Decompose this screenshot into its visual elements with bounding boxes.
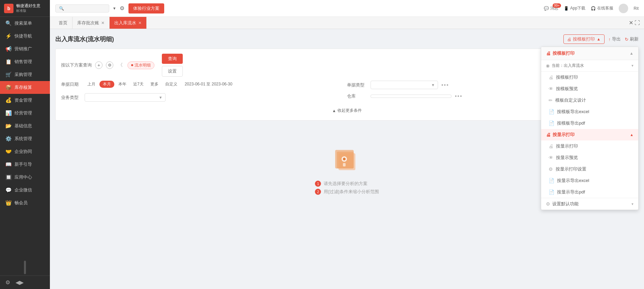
print-icon: 🖨 [567, 37, 572, 42]
sidebar-item-sales[interactable]: 📋 销售管理 [0, 55, 50, 68]
message-button[interactable]: 💬 消息 99+ [544, 5, 558, 11]
settings-button[interactable]: 设置 [162, 66, 183, 77]
pd-item-export-pdf-display[interactable]: 📄 按显示导出pdf [541, 186, 638, 198]
pd-item-print-display[interactable]: 🖨 按显示打印 [541, 140, 638, 152]
sidebar-item-inventory[interactable]: 📦 库存核算 [0, 81, 50, 94]
step-1: 1 请先选择要分析的方案 [315, 181, 379, 187]
sidebar-item-label: 基础信息 [14, 123, 32, 129]
search-box[interactable]: 🔍 [55, 4, 109, 12]
online-service-button[interactable]: 🎧 在线客服 [591, 5, 613, 11]
enterprise-icon: 🤝 [5, 149, 12, 155]
display-section-title: 🖨 按显示打印 [546, 132, 575, 138]
sidebar-item-enterprise[interactable]: 🤝 企业协同 [0, 145, 50, 158]
print-dropdown-collapse-icon[interactable]: ▲ [630, 51, 634, 56]
collapse-sidebar-icon[interactable]: ◀▶ [16, 279, 24, 286]
print-chevron-icon[interactable]: ▲ [597, 37, 601, 42]
main-area: 🔍 ▾ ⚙ 体验行业方案 💬 消息 99+ 📱 App下载 🎧 在线客服 Rit [50, 0, 644, 289]
pd-item-print-template[interactable]: 🖨 按模板打印 [541, 72, 638, 83]
query-button[interactable]: 查询 [162, 54, 183, 64]
refresh-button[interactable]: ↻ 刷新 [625, 36, 639, 42]
expand-tabs-button[interactable]: ⛶ [635, 20, 640, 26]
inventory-icon: 📦 [5, 84, 12, 90]
design-item-icon: ✏ [549, 98, 553, 103]
tab-batch-account[interactable]: 库存批次账 ✕ [72, 17, 110, 29]
filter-collapse-button[interactable]: 《 [117, 61, 124, 69]
sidebar-item-wechat[interactable]: 💬 企业微信 [0, 184, 50, 196]
filter-add-button[interactable]: + [95, 61, 103, 69]
export-button[interactable]: ↑ 导出 [609, 36, 621, 42]
sidebar-item-basics[interactable]: 📂 基础信息 [0, 120, 50, 132]
sidebar-item-marketing[interactable]: 📢 营销推广 [0, 43, 50, 55]
biz-type-select[interactable]: ▾ [85, 93, 166, 102]
footer-chevron-icon[interactable]: ▾ [632, 202, 634, 206]
print-current-template[interactable]: ◉ 当前：出入库流水 ▾ [541, 60, 638, 72]
date-opt-7days[interactable]: 近7天 [130, 81, 146, 88]
date-opt-custom[interactable]: 自定义 [163, 81, 180, 88]
warehouse-select[interactable] [371, 95, 451, 98]
doc-type-more-icon[interactable]: ••• [441, 82, 449, 88]
print-title-icon: 🖨 [546, 51, 551, 56]
date-opt-prev-month[interactable]: 上月 [85, 81, 98, 88]
sidebar-item-label: 应用中心 [14, 174, 32, 180]
print-display-icon: 🖨 [549, 143, 553, 149]
sidebar-item-member[interactable]: 👑 畅会员 [0, 196, 50, 209]
trial-button[interactable]: 体验行业方案 [128, 3, 164, 14]
warehouse-more-icon[interactable]: ••• [455, 93, 463, 99]
avatar[interactable] [619, 4, 628, 13]
sidebar-item-label: 资金管理 [14, 97, 32, 103]
pd-item-preview-display[interactable]: 👁 按显示预览 [541, 152, 638, 163]
current-template-chevron-icon[interactable]: ▾ [632, 63, 634, 68]
tab-home[interactable]: 首页 [54, 17, 72, 29]
service-icon: 🎧 [591, 6, 596, 11]
close-all-tabs-button[interactable]: ✕ [629, 20, 633, 26]
display-section-chevron-icon[interactable]: ▲ [630, 133, 634, 137]
sidebar-item-app-center[interactable]: 🔲 应用中心 [0, 171, 50, 184]
svg-rect-5 [343, 163, 346, 166]
sidebar-item-guide[interactable]: 📖 新手引导 [0, 158, 50, 171]
step-2: 2 用[过滤]条件来缩小分析范围 [315, 189, 379, 195]
step-2-text: 用[过滤]条件来缩小分析范围 [324, 189, 379, 195]
date-range-display: 2023-06-01 至 2023-06-30 [185, 81, 232, 87]
pdf-item-icon: 📄 [549, 121, 554, 126]
sidebar-item-system[interactable]: ⚙️ 系统管理 [0, 132, 50, 145]
settings-gear-icon[interactable]: ⚙ [5, 279, 10, 286]
tab-inout-flow[interactable]: 出入库流水 ✕ [110, 17, 147, 29]
operations-icon: 📊 [5, 110, 12, 116]
marketing-icon: 📢 [5, 46, 12, 52]
tab-close-active-icon[interactable]: ✕ [138, 21, 142, 25]
pd-item-preview-template[interactable]: 👁 按模板预览 [541, 83, 638, 95]
sidebar-item-label: 快捷导航 [14, 33, 32, 39]
svg-point-4 [343, 158, 346, 160]
date-opt-this-year[interactable]: 本年 [116, 81, 129, 88]
pd-item-export-pdf-template[interactable]: 📄 按模板导出pdf [541, 117, 638, 129]
dropdown-icon[interactable]: ▾ [113, 6, 116, 11]
biz-type-filter-field: 业务类型 ▾ [61, 93, 347, 102]
sidebar-item-search[interactable]: 🔍 搜索菜单 [0, 17, 50, 30]
sidebar-item-quick-nav[interactable]: ⚡ 快捷导航 [0, 30, 50, 43]
sidebar-item-funds[interactable]: 💰 资金管理 [0, 94, 50, 107]
tab-close-icon[interactable]: ✕ [101, 21, 105, 25]
pd-item-export-excel-display[interactable]: 📄 按显示导出excel [541, 175, 638, 186]
pd-item-custom-design[interactable]: ✏ 模板自定义设计 [541, 95, 638, 106]
filter-settings-button[interactable]: ⚙ [106, 61, 113, 69]
sales-icon: 📋 [5, 59, 12, 65]
settings-display-icon: ⚙ [549, 166, 553, 172]
biz-type-chevron-icon: ▾ [159, 95, 162, 100]
print-display-section-header[interactable]: 🖨 按显示打印 ▲ [541, 129, 638, 140]
search-input[interactable] [66, 6, 106, 11]
guide-icon: 📖 [5, 161, 12, 167]
print-template-button[interactable]: 🖨 按模板打印 ▲ [563, 34, 605, 44]
step-1-text: 请先选择要分析的方案 [324, 181, 368, 187]
date-opt-this-month[interactable]: 本月 [99, 81, 114, 88]
gear-icon[interactable]: ⚙ [120, 5, 124, 11]
pd-item-print-settings-display[interactable]: ⚙ 按显示打印设置 [541, 163, 638, 175]
date-opt-more[interactable]: 更多 [148, 81, 161, 88]
tab-label: 首页 [59, 20, 67, 26]
sidebar-item-purchase[interactable]: 🛒 采购管理 [0, 68, 50, 81]
app-download-button[interactable]: 📱 App下载 [564, 5, 585, 11]
pd-item-export-excel-template[interactable]: 📄 按模板导出excel [541, 106, 638, 117]
filter-label: 按以下方案查询 [61, 62, 92, 68]
doc-type-select[interactable]: ▾ [371, 81, 438, 89]
sidebar-item-operations[interactable]: 📊 经营管理 [0, 107, 50, 120]
set-default-function-button[interactable]: ⚙ 设置默认功能 ▾ [541, 198, 638, 210]
